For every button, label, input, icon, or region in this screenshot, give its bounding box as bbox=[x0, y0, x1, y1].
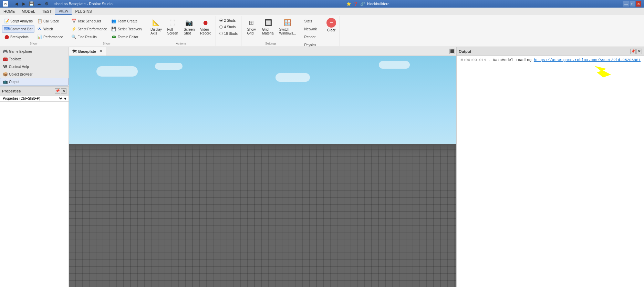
network-label: Network bbox=[304, 27, 317, 31]
switch-windows-button[interactable]: 🪟 SwitchWindows... bbox=[277, 17, 298, 37]
output-close-button[interactable]: ✕ bbox=[636, 49, 642, 54]
ribbon-group-show1: 📝 Script Analysis ⌨ Command Bar ⬤ Breakp… bbox=[0, 16, 67, 46]
maximize-button[interactable]: □ bbox=[630, 1, 635, 7]
output-message: Loading bbox=[516, 58, 534, 62]
performance-icon: 📊 bbox=[37, 34, 42, 40]
help-icon[interactable]: ❓ bbox=[353, 2, 358, 6]
ribbon-col-show2b: 👥 Team Create 💾 Script Recovery 🏔 Terrai… bbox=[110, 17, 144, 41]
properties-content bbox=[0, 102, 69, 287]
video-record-icon: ⏺ bbox=[201, 18, 210, 28]
ribbon-group-studs-label bbox=[218, 44, 239, 45]
command-bar-button[interactable]: ⌨ Command Bar bbox=[2, 25, 34, 33]
task-scheduler-icon: 📅 bbox=[71, 18, 76, 24]
username-label: blockbuilderc bbox=[367, 2, 389, 6]
save-button[interactable]: 💾 bbox=[28, 1, 34, 7]
terrain-editor-button[interactable]: 🏔 Terrain Editor bbox=[110, 33, 144, 41]
viewport-maximize-button[interactable]: ⬛ bbox=[449, 49, 455, 54]
ribbon-col-studs: 2 Studs 4 Studs 16 Studs bbox=[218, 17, 239, 37]
ribbon-group-show2: 📅 Task Scheduler ⚡ Script Performance 🔍 … bbox=[67, 16, 146, 46]
show-grid-button[interactable]: ⊞ ShowGrid bbox=[243, 17, 259, 37]
clear-button[interactable]: − bbox=[326, 18, 336, 28]
undo-button[interactable]: ◀ bbox=[13, 1, 19, 7]
menu-home[interactable]: HOME bbox=[0, 8, 18, 15]
breakpoints-icon: ⬤ bbox=[4, 34, 9, 40]
output-link[interactable]: https://assetgame.roblox.com/Asset/?id=9… bbox=[534, 58, 641, 62]
call-stack-button[interactable]: 📋 Call Stack bbox=[35, 17, 65, 25]
grid-material-button[interactable]: 🔲 GridMaterial bbox=[260, 17, 277, 37]
full-screen-label: FullScreen bbox=[167, 28, 178, 35]
redo-button[interactable]: ▶ bbox=[21, 1, 27, 7]
properties-filter-select[interactable]: Properties (Ctrl+Shift+P) bbox=[1, 96, 63, 101]
menu-test[interactable]: TEST bbox=[39, 8, 55, 15]
ground-overlay bbox=[69, 144, 456, 154]
switch-windows-label: SwitchWindows... bbox=[279, 28, 296, 35]
watch-button[interactable]: 👁 Watch bbox=[35, 25, 65, 33]
display-axis-button[interactable]: 📐 DisplayAxis bbox=[148, 17, 164, 37]
baseplate-tab[interactable]: 🗺 Baseplate ✕ bbox=[69, 47, 106, 56]
stud-16-option[interactable]: 16 Studs bbox=[218, 30, 239, 37]
minimize-button[interactable]: — bbox=[623, 1, 629, 7]
sidebar-shortcuts: 🎮 Game Explorer 🧰 Toolbox W Context Help… bbox=[0, 47, 69, 87]
close-button[interactable]: ✕ bbox=[636, 1, 641, 7]
switch-windows-icon: 🪟 bbox=[283, 18, 292, 28]
app-title: shed as Baseplate - Roblox Studio bbox=[54, 2, 113, 6]
share-icon[interactable]: 🔗 bbox=[360, 2, 365, 6]
script-recovery-icon: 💾 bbox=[111, 26, 117, 32]
full-screen-button[interactable]: ⛶ FullScreen bbox=[165, 17, 180, 37]
terrain-editor-label: Terrain Editor bbox=[118, 35, 138, 39]
menu-model[interactable]: MODEL bbox=[18, 8, 39, 15]
output-type: DataModel bbox=[493, 58, 513, 62]
viewport[interactable] bbox=[69, 56, 456, 287]
ribbon-group-settings-content: ⊞ ShowGrid 🔲 GridMaterial 🪟 SwitchWindow… bbox=[243, 17, 298, 41]
stud-2-option[interactable]: 2 Studs bbox=[218, 17, 239, 23]
output-sidebar-item[interactable]: 📺 Output bbox=[0, 78, 69, 86]
baseplate-tab-close[interactable]: ✕ bbox=[99, 49, 102, 53]
video-record-button[interactable]: ⏺ VideoRecord bbox=[198, 17, 214, 37]
publish-button[interactable]: ☁ bbox=[36, 1, 42, 7]
game-explorer-item[interactable]: 🎮 Game Explorer bbox=[0, 48, 69, 55]
ribbon-group-show1-label: Show bbox=[2, 41, 65, 45]
stats-label: Stats bbox=[304, 19, 312, 23]
more-button[interactable]: ⚙ bbox=[43, 1, 50, 7]
script-recovery-button[interactable]: 💾 Script Recovery bbox=[110, 25, 144, 33]
properties-filter: Properties (Ctrl+Shift+P) ▼ bbox=[0, 96, 69, 102]
team-create-button[interactable]: 👥 Team Create bbox=[110, 17, 144, 25]
context-help-label: Context Help bbox=[9, 65, 29, 69]
task-scheduler-button[interactable]: 📅 Task Scheduler bbox=[69, 17, 109, 25]
show-grid-icon: ⊞ bbox=[247, 18, 256, 28]
network-button[interactable]: Network bbox=[302, 25, 321, 33]
breakpoints-button[interactable]: ⬤ Breakpoints bbox=[2, 33, 34, 41]
display-axis-label: DisplayAxis bbox=[150, 28, 162, 35]
watch-label: Watch bbox=[43, 27, 53, 31]
baseplate-ground bbox=[69, 144, 456, 287]
output-pin-button[interactable]: 📌 bbox=[630, 49, 636, 54]
screen-shot-icon: 📷 bbox=[184, 18, 194, 28]
menu-view[interactable]: VIEW bbox=[55, 8, 72, 15]
properties-title: Properties bbox=[2, 89, 21, 93]
ribbon-group-settings-label: Settings bbox=[243, 41, 298, 45]
cloud-1 bbox=[96, 66, 138, 77]
screen-shot-button[interactable]: 📷 ScreenShot bbox=[181, 17, 197, 37]
script-performance-button[interactable]: ⚡ Script Performance bbox=[69, 25, 109, 33]
render-button[interactable]: Render bbox=[302, 33, 321, 41]
stats-button[interactable]: Stats bbox=[302, 17, 321, 25]
stud-4-option[interactable]: 4 Studs bbox=[218, 24, 239, 30]
menu-plugins[interactable]: PLUGINS bbox=[72, 8, 95, 15]
script-analysis-button[interactable]: 📝 Script Analysis bbox=[2, 17, 34, 25]
properties-close-button[interactable]: ✕ bbox=[61, 88, 66, 94]
toolbox-item[interactable]: 🧰 Toolbox bbox=[0, 55, 69, 63]
context-help-item[interactable]: W Context Help bbox=[0, 63, 69, 70]
object-browser-label: Object Browser bbox=[9, 72, 32, 76]
quick-access-toolbar: ◀ ▶ 💾 ☁ ⚙ bbox=[10, 1, 52, 7]
find-results-label: Find Results bbox=[77, 35, 97, 39]
cloud-2 bbox=[155, 63, 183, 70]
main-area: 🗺 Baseplate ✕ ⬛ bbox=[69, 47, 456, 287]
performance-button[interactable]: 📊 Performance bbox=[35, 33, 65, 41]
left-sidebar: 🎮 Game Explorer 🧰 Toolbox W Context Help… bbox=[0, 47, 69, 287]
stud-16-radio bbox=[219, 32, 223, 35]
properties-pin-button[interactable]: 📌 bbox=[55, 88, 60, 94]
properties-panel-header: Properties 📌 ✕ bbox=[0, 87, 69, 96]
find-results-button[interactable]: 🔍 Find Results bbox=[69, 33, 109, 41]
object-browser-item[interactable]: 📦 Object Browser bbox=[0, 70, 69, 78]
task-scheduler-label: Task Scheduler bbox=[77, 19, 101, 23]
